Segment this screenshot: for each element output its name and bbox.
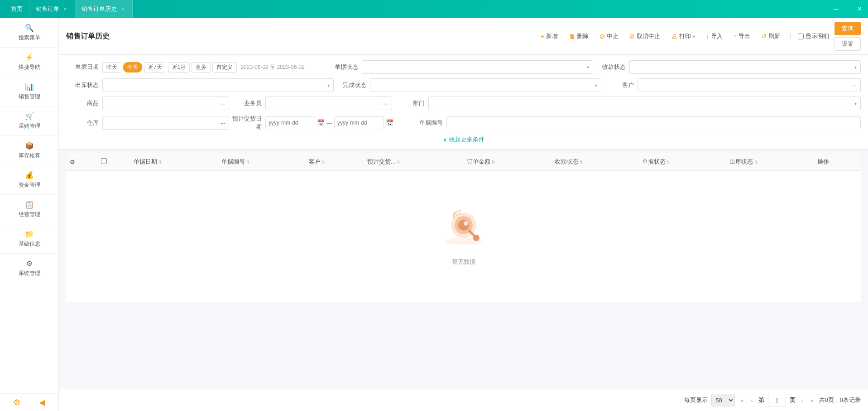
- toolbar-btn-new[interactable]: + 新增: [538, 30, 561, 42]
- filter-complete-status[interactable]: ▾: [370, 78, 601, 92]
- maximize-btn[interactable]: □: [844, 3, 852, 15]
- filter-label-out-status: 出库状态: [66, 81, 102, 89]
- tab-sales-order[interactable]: 销售订单×: [29, 0, 75, 18]
- sidebar-item-inventory[interactable]: 📦 库存核算: [0, 136, 58, 165]
- delivery-date-to[interactable]: [334, 116, 384, 129]
- display-toggle-checkbox[interactable]: [798, 34, 804, 39]
- toolbar-btn-label-export: 导出: [739, 32, 750, 40]
- sort-icon-date: ⇅: [158, 160, 162, 164]
- sidebar-icon-quick-nav: ⚡: [25, 53, 34, 62]
- calendar-icon-from[interactable]: 📅: [317, 119, 325, 126]
- toolbar-btn-delete[interactable]: 🗑 删除: [566, 30, 591, 42]
- col-header-checkbox: [97, 153, 130, 171]
- filter-date-control: 昨天今天近7天近1月更多自定义 2023-06-02 至 2023-06-02: [102, 62, 326, 73]
- date-btn-近1月[interactable]: 近1月: [168, 62, 190, 73]
- sidebar-icon-sales-mgmt: 📊: [25, 82, 34, 91]
- prev-page-btn[interactable]: ‹: [749, 396, 755, 405]
- toolbar-btn-refresh[interactable]: ↺ 刷新: [758, 30, 783, 42]
- page-num-input[interactable]: [768, 394, 786, 406]
- col-header-amount[interactable]: 订单金额⇅: [463, 153, 551, 171]
- col-header-payment-status[interactable]: 收款状态⇅: [551, 153, 638, 171]
- select-all-checkbox[interactable]: [101, 158, 107, 164]
- svg-point-4: [464, 221, 468, 226]
- filter-warehouse[interactable]: ···: [102, 116, 229, 130]
- close-window-btn[interactable]: ×: [856, 3, 863, 15]
- filter-area: 单据日期 昨天今天近7天近1月更多自定义 2023-06-02 至 2023-0…: [59, 55, 868, 150]
- filter-salesperson[interactable]: ···: [265, 97, 392, 110]
- sidebar-label-basic-info: 基础信息: [19, 240, 40, 248]
- tab-close-sales-order[interactable]: ×: [62, 6, 68, 12]
- filter-dept[interactable]: ▾: [428, 97, 861, 110]
- table-body: 暂无数据: [66, 171, 861, 303]
- last-page-btn[interactable]: »: [808, 396, 815, 405]
- col-header-action: 操作: [814, 153, 861, 171]
- page-size-select[interactable]: 102050100: [711, 394, 735, 406]
- date-sep: —: [326, 120, 332, 126]
- date-btn-自定义[interactable]: 自定义: [212, 62, 237, 73]
- sidebar-item-search-menu[interactable]: 🔍 搜索菜单: [0, 18, 58, 48]
- query-button[interactable]: 查询: [834, 22, 861, 35]
- filter-salesperson-control: ···: [265, 97, 392, 110]
- sidebar-item-funds-mgmt[interactable]: 💰 资金管理: [0, 165, 58, 195]
- sidebar-item-purchase-mgmt[interactable]: 🛒 采购管理: [0, 106, 58, 136]
- toolbar-btn-label-delete: 删除: [577, 32, 589, 40]
- table-settings-icon[interactable]: ⚙: [70, 159, 75, 165]
- calendar-icon-to[interactable]: 📅: [386, 119, 393, 126]
- toolbar-btn-print[interactable]: 🖨 打印: [668, 30, 698, 42]
- filter-product[interactable]: ···: [102, 97, 229, 110]
- col-header-bill-status[interactable]: 单据状态⇅: [638, 153, 726, 171]
- sidebar-icon-inventory: 📦: [25, 141, 34, 150]
- settings-button[interactable]: 设置: [834, 37, 861, 51]
- toolbar-btn-export[interactable]: ↑ 导出: [731, 30, 753, 42]
- tab-close-sales-history[interactable]: ×: [120, 6, 126, 12]
- col-header-customer[interactable]: 客户⇅: [305, 153, 364, 171]
- next-page-btn[interactable]: ›: [799, 396, 805, 405]
- filter-out-status[interactable]: ▾: [102, 78, 334, 92]
- date-btn-更多[interactable]: 更多: [192, 62, 211, 73]
- sort-icon-customer: ⇅: [321, 160, 325, 164]
- minimize-btn[interactable]: ─: [832, 3, 840, 15]
- col-header-delivery-date[interactable]: 预计交货...⇅: [364, 153, 463, 171]
- empty-state: 暂无数据: [66, 171, 861, 302]
- delivery-date-from[interactable]: [265, 116, 315, 129]
- filter-payment-status[interactable]: ▾: [629, 60, 861, 74]
- toolbar-btn-cancel-stop[interactable]: ⊘ 取消中止: [627, 30, 663, 42]
- toolbar-icon-import: ↓: [706, 33, 709, 40]
- first-page-btn[interactable]: «: [739, 396, 745, 405]
- toolbar-btn-label-print: 打印: [679, 32, 691, 40]
- display-toggle[interactable]: 显示明细: [798, 32, 829, 40]
- toolbar-btn-stop[interactable]: ⊘ 中止: [597, 30, 621, 42]
- page-unit: 页: [790, 396, 796, 404]
- main-layout: 🔍 搜索菜单 ⚡ 快捷导航 📊 销售管理 🛒 采购管理 📦 库存核算 💰 资金管…: [0, 18, 868, 411]
- tab-sales-history[interactable]: 销售订单历史×: [75, 0, 133, 18]
- tab-home[interactable]: 首页: [5, 0, 29, 18]
- toolbar-icon-cancel-stop: ⊘: [629, 33, 635, 40]
- toolbar-btn-label-import: 导入: [711, 32, 723, 40]
- toolbar-btn-import[interactable]: ↓ 导入: [703, 30, 725, 42]
- sidebar-settings-btn[interactable]: ⚙: [13, 397, 20, 407]
- content-area: 销售订单历史 + 新增 🗑 删除 ⊘ 中止 ⊘ 取消中止 🖨 打印 ↓ 导入 ↑…: [59, 18, 868, 411]
- sidebar-item-basic-info[interactable]: 📁 基础信息: [0, 224, 58, 254]
- sidebar-item-operations-mgmt[interactable]: 📋 经营管理: [0, 195, 58, 224]
- date-btn-今天[interactable]: 今天: [123, 62, 142, 73]
- col-header-number[interactable]: 单据编号⇅: [218, 153, 305, 171]
- col-header-settings: ⚙: [66, 153, 97, 171]
- filter-customer[interactable]: ···: [638, 78, 861, 92]
- data-table: ⚙单据日期⇅单据编号⇅客户⇅预计交货...⇅订单金额⇅收款状态⇅单据状态⇅出库状…: [66, 153, 861, 302]
- sidebar-collapse-btn[interactable]: ◀: [39, 397, 45, 407]
- date-btn-近7天[interactable]: 近7天: [144, 62, 166, 73]
- date-btn-昨天[interactable]: 昨天: [102, 62, 121, 73]
- filter-order-num[interactable]: [446, 116, 861, 129]
- filter-label-date: 单据日期: [66, 63, 102, 71]
- sidebar-item-sales-mgmt[interactable]: 📊 销售管理: [0, 77, 58, 106]
- collapse-bar[interactable]: ∧ 收起更多条件: [66, 135, 861, 144]
- table-footer: 每页显示 102050100 « ‹ 第 页 › » 共0页，0条记录: [59, 389, 868, 411]
- sidebar-item-quick-nav[interactable]: ⚡ 快捷导航: [0, 48, 58, 77]
- col-header-out-status[interactable]: 出库状态⇅: [726, 153, 813, 171]
- filter-bill-status[interactable]: ▾: [362, 60, 593, 74]
- sidebar-item-system-mgmt[interactable]: ⚙ 系统管理: [0, 254, 58, 283]
- sidebar-icon-system-mgmt: ⚙: [26, 259, 33, 268]
- filter-warehouse-control: ···: [102, 116, 229, 130]
- filter-product-control: ···: [102, 97, 229, 110]
- col-header-date[interactable]: 单据日期⇅: [130, 153, 217, 171]
